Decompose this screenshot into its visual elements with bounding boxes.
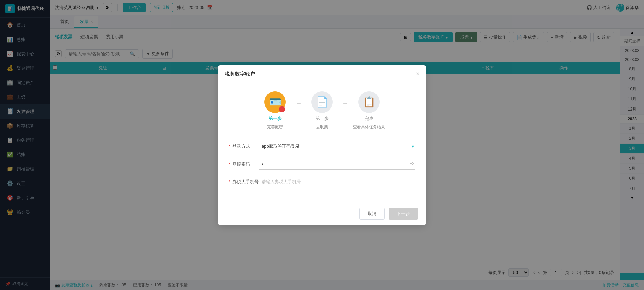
modal-body: 🪪 ! 第一步 完善账密 → 📄 第二步 去取票	[218, 83, 426, 202]
form-row-password: * 网报密码 👁	[229, 159, 415, 170]
step-3-icon-wrap: 📋	[358, 91, 380, 113]
step-1-badge: !	[279, 106, 285, 112]
step-1: 🪪 ! 第一步 完善账密	[255, 91, 295, 130]
step-3-title: 完成	[365, 116, 373, 122]
step-1-desc: 完善账密	[267, 124, 283, 130]
step-1-icon-wrap: 🪪 !	[264, 91, 286, 113]
modal-overlay: 税务数字账户 × 🪪 ! 第一步 完善账密 →	[0, 0, 644, 290]
form-row-login-method: * 登录方式 app获取验证码登录 ▾	[229, 141, 415, 152]
login-method-control: app获取验证码登录 ▾	[259, 141, 415, 152]
next-button[interactable]: 下一步	[389, 208, 418, 220]
step-arrow-2: →	[342, 91, 349, 107]
password-label: * 网报密码	[229, 161, 259, 167]
step-2-title: 第二步	[316, 116, 329, 122]
step-3: 📋 完成 查看具体任务结果	[349, 91, 389, 130]
login-method-arrow-icon: ▾	[412, 144, 415, 149]
password-input-wrap: 👁	[259, 159, 415, 170]
step-2: 📄 第二步 去取票	[302, 91, 342, 130]
modal-title: 税务数字账户	[225, 71, 255, 77]
login-method-select[interactable]: app获取验证码登录 ▾	[259, 141, 415, 152]
step-3-icon: 📋	[363, 96, 375, 108]
step-1-title: 第一步	[269, 116, 282, 122]
phone-input[interactable]	[259, 178, 415, 186]
modal-footer: 取消 下一步	[218, 202, 426, 225]
modal-header: 税务数字账户 ×	[218, 65, 426, 83]
eye-icon[interactable]: 👁	[409, 161, 415, 167]
steps-indicator: 🪪 ! 第一步 完善账密 → 📄 第二步 去取票	[229, 91, 415, 130]
password-control: 👁	[259, 159, 415, 170]
password-input[interactable]	[259, 160, 409, 168]
modal-close-btn[interactable]: ×	[416, 71, 419, 78]
login-method-value: app获取验证码登录	[259, 142, 412, 151]
phone-control	[259, 176, 415, 187]
step-1-icon: 🪪	[269, 96, 281, 108]
cancel-button[interactable]: 取消	[359, 208, 385, 220]
phone-label: * 办税人手机号	[229, 179, 259, 185]
tax-digital-account-modal: 税务数字账户 × 🪪 ! 第一步 完善账密 →	[218, 65, 426, 225]
step-arrow-1: →	[295, 91, 302, 107]
step-3-desc: 查看具体任务结果	[353, 124, 385, 130]
phone-input-wrap	[259, 176, 415, 187]
step-2-icon-wrap: 📄	[311, 91, 333, 113]
step-2-icon: 📄	[316, 96, 328, 108]
login-method-label: * 登录方式	[229, 143, 259, 149]
form-row-phone: * 办税人手机号	[229, 176, 415, 187]
step-2-desc: 去取票	[316, 124, 328, 130]
